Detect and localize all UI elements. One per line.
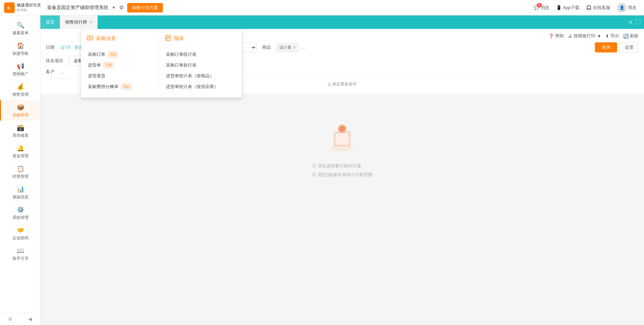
dropdown-item-inbound-stats-supplier[interactable]: 进货单统计表（按供应商） bbox=[165, 81, 237, 92]
goods-tag-remove[interactable]: ✕ bbox=[293, 45, 296, 50]
sidebar-item-quick-nav[interactable]: 🏠 快捷导航 bbox=[0, 39, 40, 59]
user-menu-button[interactable]: 👤 用友 bbox=[617, 3, 637, 12]
sidebar-item-guide[interactable]: 📖 新手引导 bbox=[0, 244, 40, 264]
goods-tag[interactable]: 设计素 ✕ bbox=[276, 43, 299, 52]
purchase-order-label: 采购订单 bbox=[88, 51, 105, 57]
book-icon: 📖 bbox=[17, 247, 24, 254]
sidebar-item-marketing[interactable]: 📢 营销推广 bbox=[0, 59, 40, 80]
reports-col-title: 报表 bbox=[174, 35, 184, 42]
goods-tag-text: 设计素 bbox=[279, 45, 291, 50]
main-content: ❓ 帮助 🖨 按模板打印 ▼ ⬆ 导出 🔄 bbox=[40, 29, 644, 325]
box-icon: 📦 bbox=[17, 104, 24, 111]
collapse-label: 收起更多条件 bbox=[332, 81, 357, 87]
message-button[interactable]: 💬 9 消息 bbox=[534, 5, 549, 11]
sidebar-item-operations[interactable]: 📋 经营管理 bbox=[0, 162, 40, 182]
dropdown-item-order-stats[interactable]: 采购订单统计表 bbox=[165, 49, 237, 60]
sidebar-bottom: ⚙ ◀ bbox=[0, 313, 40, 325]
customer-label: 客户 bbox=[46, 69, 55, 75]
settings-icon-button[interactable]: ⚙ bbox=[119, 4, 124, 11]
industry-button[interactable]: 体验行业方案 bbox=[127, 3, 163, 12]
storage-icon: 🗃️ bbox=[17, 124, 24, 131]
refresh-label: 刷新 bbox=[630, 33, 639, 39]
print-button[interactable]: 🖨 按模板打印 ▼ bbox=[568, 33, 601, 39]
main-layout: 🔍 搜索菜单 🏠 快捷导航 📢 营销推广 💰 销售管理 📦 采购管理 🗃️ 库存… bbox=[0, 15, 644, 325]
help-button[interactable]: ❓ 帮助 bbox=[548, 33, 564, 39]
dropdown-item-inbound[interactable]: 进货单 历史 bbox=[86, 60, 159, 71]
logo-text: 畅捷通好生意 标准版 bbox=[17, 3, 41, 13]
sidebar-settings-button[interactable]: ⚙ bbox=[8, 316, 12, 322]
help-label: 帮助 bbox=[555, 33, 564, 39]
export-button[interactable]: ⬆ 导出 bbox=[605, 33, 619, 39]
svg-rect-9 bbox=[87, 36, 93, 40]
tab-close-all-button[interactable]: ✕ bbox=[628, 19, 633, 26]
sidebar-item-label: 库存核算 bbox=[12, 133, 29, 138]
goods-filter-area: 设计素 ✕ ... bbox=[276, 43, 305, 52]
sidebar-item-cooperation[interactable]: 🤝 企业协同 bbox=[0, 223, 40, 244]
expense-label: 采购费用分摊单 bbox=[88, 84, 118, 90]
dropdown-item-order-exec[interactable]: 采购订单执行表 bbox=[165, 60, 237, 71]
avatar: 👤 bbox=[617, 3, 627, 12]
handshake-icon: 🤝 bbox=[17, 227, 24, 234]
logo-icon: 6 bbox=[4, 2, 15, 13]
sidebar-item-label: 快捷导航 bbox=[12, 51, 29, 56]
query-button[interactable]: 查询 bbox=[595, 42, 617, 52]
tab-maximize-button[interactable]: ⛶ bbox=[635, 19, 641, 25]
app-download-button[interactable]: 📱 App下载 bbox=[556, 5, 579, 11]
sidebar-item-basic-info[interactable]: 📊 基础信息 bbox=[0, 182, 40, 203]
tab-home[interactable]: 首页 bbox=[40, 15, 60, 29]
money-icon: 💰 bbox=[17, 83, 24, 90]
customer-filter-area: ... bbox=[60, 69, 64, 75]
inbound-stats-supplier-label: 进货单统计表（按供应商） bbox=[166, 84, 218, 90]
headset-icon: 🎧 bbox=[586, 5, 592, 10]
date-label: 日期 bbox=[46, 44, 55, 50]
sidebar-item-system[interactable]: ⚙️ 系统管理 bbox=[0, 203, 40, 223]
dropdown-menu: 采购业务 采购订单 历史 进货单 历史 进货退货 采购费用分摊单 bbox=[81, 29, 242, 98]
tab-sales-ranking[interactable]: 销售排行榜 ✕ bbox=[60, 15, 98, 29]
sidebar-item-label: 搜索菜单 bbox=[12, 30, 29, 36]
tab-bar: 首页 销售排行榜 ✕ ✕ ⛶ bbox=[40, 15, 644, 29]
settings-small-button[interactable]: 设置 bbox=[620, 42, 639, 52]
dropdown-item-return[interactable]: 进货退货 bbox=[86, 71, 159, 81]
refresh-button[interactable]: 🔄 刷新 bbox=[623, 33, 639, 39]
goods-ellipsis[interactable]: ... bbox=[301, 44, 305, 50]
dropdown-item-expense[interactable]: 采购费用分摊单 历史 bbox=[86, 81, 159, 92]
sidebar-item-search[interactable]: 🔍 搜索菜单 bbox=[0, 18, 40, 39]
sidebar-item-purchase[interactable]: 📦 采购管理 bbox=[0, 100, 40, 121]
top-header: 6 畅捷通好生意 标准版 装备及固定资产辅助管理系统 ▼ ⚙ 体验行业方案 💬 … bbox=[0, 0, 644, 15]
question-icon: ❓ bbox=[548, 34, 554, 39]
print-dropdown-icon: ▼ bbox=[597, 34, 601, 39]
sidebar-collapse-button[interactable]: ◀ bbox=[28, 316, 32, 322]
sidebar-item-label: 系统管理 bbox=[12, 215, 29, 220]
empty-text-1: ① 请先选择要分析的方案 ② 用[过滤]条件来缩小分析范围 bbox=[312, 162, 372, 179]
return-label: 进货退货 bbox=[88, 73, 105, 79]
clipboard-icon: 📋 bbox=[17, 165, 24, 172]
sidebar-item-sales[interactable]: 💰 销售管理 bbox=[0, 80, 40, 100]
header-middle: 装备及固定资产辅助管理系统 ▼ ⚙ 体验行业方案 bbox=[44, 3, 534, 12]
dropdown-item-purchase-order[interactable]: 采购订单 历史 bbox=[86, 49, 159, 60]
chevron-up-icon: ⋀ bbox=[328, 82, 331, 87]
svg-text:6: 6 bbox=[7, 5, 10, 10]
date-shortcut-7days[interactable]: 近7天 bbox=[60, 45, 72, 50]
sidebar-item-finance[interactable]: 🔔 资金管理 bbox=[0, 141, 40, 162]
online-service-label: 在线客服 bbox=[593, 5, 610, 11]
online-service-button[interactable]: 🎧 在线客服 bbox=[586, 5, 610, 11]
print-label: 按模板打印 bbox=[574, 33, 596, 39]
tab-close-button[interactable]: ✕ bbox=[89, 20, 92, 25]
phone-icon: 📱 bbox=[556, 5, 562, 10]
sidebar-item-label: 营销推广 bbox=[12, 71, 29, 77]
customer-ellipsis[interactable]: ... bbox=[60, 69, 64, 75]
order-stats-label: 采购订单统计表 bbox=[166, 51, 196, 57]
inbound-label: 进货单 bbox=[88, 62, 101, 68]
header-right: 💬 9 消息 📱 App下载 🎧 在线客服 👤 用友 bbox=[534, 3, 637, 12]
history-badge-1: 历史 bbox=[108, 51, 118, 57]
sales-ranking-tab-label: 销售排行榜 bbox=[65, 19, 87, 25]
empty-state: ① 请先选择要分析的方案 ② 用[过滤]条件来缩小分析范围 bbox=[40, 94, 644, 206]
sidebar-item-label: 采购管理 bbox=[12, 112, 29, 118]
system-dropdown-button[interactable]: ▼ bbox=[112, 5, 116, 10]
sidebar-item-inventory[interactable]: 🗃️ 库存核算 bbox=[0, 121, 40, 141]
dropdown-item-inbound-stats-goods[interactable]: 进货单统计表（按商品） bbox=[165, 71, 237, 81]
refresh-icon: 🔄 bbox=[623, 34, 629, 39]
sidebar-item-label: 销售管理 bbox=[12, 92, 29, 97]
svg-rect-4 bbox=[335, 133, 349, 145]
sidebar-item-label: 基础信息 bbox=[12, 194, 29, 200]
